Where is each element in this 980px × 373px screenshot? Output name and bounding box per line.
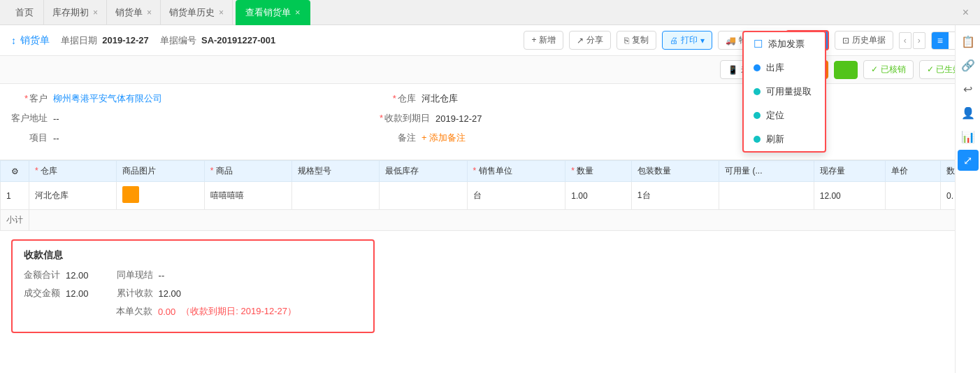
warehouse-label: 仓库 bbox=[380, 92, 421, 105]
table-row: 1 河北仓库 嘻嘻嘻嘻 台 1.00 1台 12.00 0. bbox=[1, 182, 980, 210]
cumulative-payment-label: 累计收款 bbox=[117, 287, 153, 300]
tab-sales-history-label: 销货单历史 bbox=[169, 6, 215, 19]
col-warehouse: * 仓库 bbox=[29, 161, 117, 182]
number-value: SA-20191227-001 bbox=[201, 35, 275, 45]
effective-check-icon: ✓ bbox=[927, 64, 934, 74]
row-warehouse: 河北仓库 bbox=[29, 182, 117, 210]
doc-title-text: 销货单 bbox=[20, 34, 50, 47]
tab-view-sales[interactable]: 查看销货单 × bbox=[236, 0, 310, 25]
col-spec: 规格型号 bbox=[291, 161, 379, 182]
history-button[interactable]: ⊡ 历史单据 bbox=[835, 31, 893, 50]
tab-sales-history[interactable]: 销货单历史 × bbox=[161, 0, 233, 25]
locate-dot bbox=[754, 112, 761, 119]
list-view-button[interactable]: ≡ bbox=[932, 32, 949, 49]
row-image bbox=[117, 182, 204, 210]
right-sidebar: 📋 🔗 ↩ 👤 📊 ⤢ bbox=[955, 25, 980, 373]
add-invoice-label: 添加发票 bbox=[768, 38, 805, 50]
total-amount-field: 金额合计 12.00 bbox=[24, 269, 89, 281]
subtotal-label: 小计 bbox=[1, 210, 29, 231]
row-spec bbox=[291, 182, 379, 210]
total-amount-value: 12.00 bbox=[66, 270, 89, 281]
sidebar-doc-icon[interactable]: 📋 bbox=[958, 31, 979, 52]
warehouse-field: 仓库 河北仓库 bbox=[380, 92, 748, 105]
col-unit: * 销售单位 bbox=[467, 161, 565, 182]
locate-item[interactable]: 定位 bbox=[744, 104, 825, 127]
doc-icon: ↕ bbox=[11, 35, 16, 46]
col-min-stock: 最低库存 bbox=[380, 161, 467, 182]
sidebar-return-icon[interactable]: ↩ bbox=[958, 78, 979, 99]
row-unit: 台 bbox=[467, 182, 565, 210]
subtotal-empty bbox=[29, 210, 980, 231]
outbound-item[interactable]: 出库 bbox=[744, 56, 825, 80]
sidebar-link-icon[interactable]: 🔗 bbox=[958, 55, 979, 76]
due-amount-label: 本单欠款 bbox=[116, 305, 152, 318]
print-button[interactable]: 🖨 打印 ▾ bbox=[662, 31, 712, 50]
warehouse-value: 河北仓库 bbox=[421, 92, 458, 105]
sidebar-user-icon[interactable]: 👤 bbox=[958, 102, 979, 123]
tab-sales-history-close[interactable]: × bbox=[219, 8, 224, 17]
payment-row-3: 本单欠款 0.00 （收款到期日: 2019-12-27） bbox=[24, 305, 362, 318]
history-icon: ⊡ bbox=[842, 36, 849, 45]
tab-view-sales-label: 查看销货单 bbox=[245, 6, 291, 19]
due-amount-field: 本单欠款 0.00 （收款到期日: 2019-12-27） bbox=[116, 305, 296, 318]
check1-button[interactable]: ✓ bbox=[834, 61, 858, 79]
col-settings[interactable]: ⚙ bbox=[1, 161, 29, 182]
due-date-value: 2019-12-27 bbox=[241, 306, 288, 316]
next-button[interactable]: › bbox=[913, 32, 925, 49]
due-date-note: （收款到期日: 2019-12-27） bbox=[181, 305, 296, 318]
tab-inventory-label: 库存期初 bbox=[52, 6, 89, 19]
subtotal-row: 小计 bbox=[1, 210, 980, 231]
main-content: ↕ 销货单 单据日期 2019-12-27 单据编号 SA-20191227-0… bbox=[0, 25, 980, 373]
sold-status[interactable]: ✓ 已核销 bbox=[863, 60, 913, 79]
number-label: 单据编号 SA-20191227-001 bbox=[160, 34, 275, 47]
refresh-label: 刷新 bbox=[766, 133, 784, 146]
tab-inventory[interactable]: 库存期初 × bbox=[44, 0, 107, 25]
product-image bbox=[122, 186, 139, 203]
window-close-button[interactable]: × bbox=[957, 6, 974, 19]
outbound-label: 出库 bbox=[766, 62, 784, 74]
sidebar-expand-icon[interactable]: ⤢ bbox=[958, 150, 979, 171]
row-price bbox=[885, 182, 940, 210]
col-available: 可用量 (... bbox=[719, 161, 814, 182]
col-product: * 商品 bbox=[204, 161, 291, 182]
cumulative-payment-value: 12.00 bbox=[159, 288, 182, 299]
print-icon: 🖨 bbox=[670, 36, 678, 45]
new-button[interactable]: + 新增 bbox=[524, 31, 563, 50]
add-invoice-item[interactable]: ☐ 添加发票 bbox=[744, 32, 825, 56]
payment-row-2: 成交金额 12.00 累计收款 12.00 bbox=[24, 287, 362, 300]
add-note-button[interactable]: 添加备注 bbox=[421, 132, 466, 144]
tab-inventory-close[interactable]: × bbox=[93, 8, 98, 17]
toolbar-row: 📱 来自手机 未开票 ✓ ✓ 已核销 ✓ 已生效 bbox=[0, 56, 980, 84]
product-table: ⚙ * 仓库 商品图片 * 商品 规格型号 最低库存 * 销售单位 * 数量 包… bbox=[0, 160, 980, 231]
tab-view-sales-close[interactable]: × bbox=[295, 7, 301, 17]
project-field: 项目 -- bbox=[11, 132, 380, 144]
tab-sales-order[interactable]: 销货单 × bbox=[107, 0, 161, 25]
customer-value[interactable]: 柳州粤港平安气体有限公司 bbox=[53, 92, 162, 105]
address-value: -- bbox=[53, 113, 59, 124]
payment-date-value: 2019-12-27 bbox=[435, 113, 482, 124]
available-qty-item[interactable]: 可用量提取 bbox=[744, 80, 825, 104]
sidebar-chart-icon[interactable]: 📊 bbox=[958, 126, 979, 147]
project-value: -- bbox=[53, 133, 59, 143]
tab-home[interactable]: 首页 bbox=[6, 0, 44, 25]
payment-title: 收款信息 bbox=[24, 249, 362, 262]
address-label: 客户地址 bbox=[11, 112, 53, 125]
row-product: 嘻嘻嘻嘻 bbox=[204, 182, 291, 210]
copy-button[interactable]: ⎘ 复制 bbox=[617, 31, 656, 50]
share-button[interactable]: ↗ 分享 bbox=[569, 31, 611, 50]
address-field: 客户地址 -- bbox=[11, 112, 380, 125]
form-area: 客户 柳州粤港平安气体有限公司 仓库 河北仓库 业务员 演示账号 客户地址 --… bbox=[0, 84, 980, 160]
same-order-label: 同单现结 bbox=[117, 269, 153, 281]
tab-sales-order-close[interactable]: × bbox=[147, 8, 152, 17]
deal-amount-value: 12.00 bbox=[66, 288, 89, 299]
refresh-item[interactable]: 刷新 bbox=[744, 127, 825, 151]
project-label: 项目 bbox=[11, 132, 53, 144]
row-stock: 12.00 bbox=[814, 182, 885, 210]
same-order-value: -- bbox=[159, 270, 165, 281]
doc-meta: 单据日期 2019-12-27 单据编号 SA-20191227-001 bbox=[61, 34, 275, 47]
prev-button[interactable]: ‹ bbox=[899, 32, 911, 49]
row-quantity: 1.00 bbox=[565, 182, 632, 210]
customer-label: 客户 bbox=[11, 92, 53, 105]
doc-title: ↕ 销货单 bbox=[11, 34, 50, 47]
date-label: 单据日期 2019-12-27 bbox=[61, 34, 149, 47]
